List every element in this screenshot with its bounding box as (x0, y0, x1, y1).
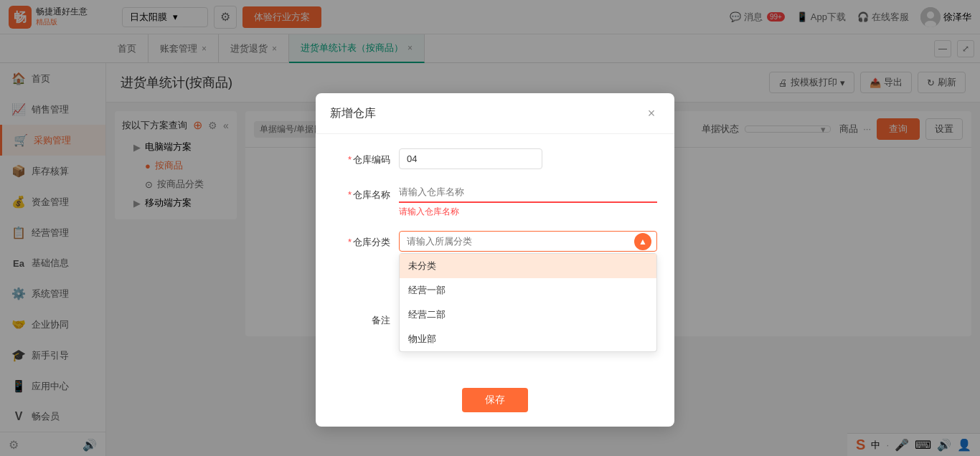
form-row-code: 仓库编码 (333, 148, 657, 169)
form-row-category: 仓库分类 ▲ 未分类 经营一部 经营二部 物业部 (333, 231, 657, 252)
dropdown-item-operations2[interactable]: 经营二部 (400, 303, 656, 327)
dropdown-item-operations1[interactable]: 经营一部 (400, 278, 656, 303)
dialog-footer: 保存 (316, 379, 674, 427)
category-input[interactable] (399, 231, 657, 252)
name-error-message: 请输入仓库名称 (399, 206, 459, 217)
dialog-body: 仓库编码 仓库名称 请输入仓库名称 仓库分类 ▲ (316, 134, 674, 379)
dropdown-item-property[interactable]: 物业部 (400, 327, 656, 351)
category-dropdown: 未分类 经营一部 经营二部 物业部 (399, 253, 657, 352)
modal-overlay[interactable]: 新增仓库 × 仓库编码 仓库名称 请输入仓库名称 仓库分 (0, 0, 980, 456)
category-select-wrapper: ▲ 未分类 经营一部 经营二部 物业部 (399, 231, 657, 252)
dialog-close-button[interactable]: × (643, 105, 660, 122)
dialog-header: 新增仓库 × (316, 93, 674, 134)
code-label: 仓库编码 (333, 148, 390, 166)
save-button[interactable]: 保存 (462, 388, 528, 412)
category-label: 仓库分类 (333, 231, 390, 249)
dialog-title: 新增仓库 (330, 106, 376, 121)
code-input[interactable] (399, 148, 542, 169)
form-row-name: 仓库名称 请输入仓库名称 (333, 182, 657, 218)
dropdown-item-uncategorized[interactable]: 未分类 (400, 254, 656, 278)
name-input[interactable] (399, 182, 657, 203)
select-arrow-icon[interactable]: ▲ (634, 233, 651, 250)
notes-label: 备注 (333, 309, 390, 327)
new-warehouse-dialog: 新增仓库 × 仓库编码 仓库名称 请输入仓库名称 仓库分 (316, 93, 674, 427)
name-label: 仓库名称 (333, 184, 390, 201)
